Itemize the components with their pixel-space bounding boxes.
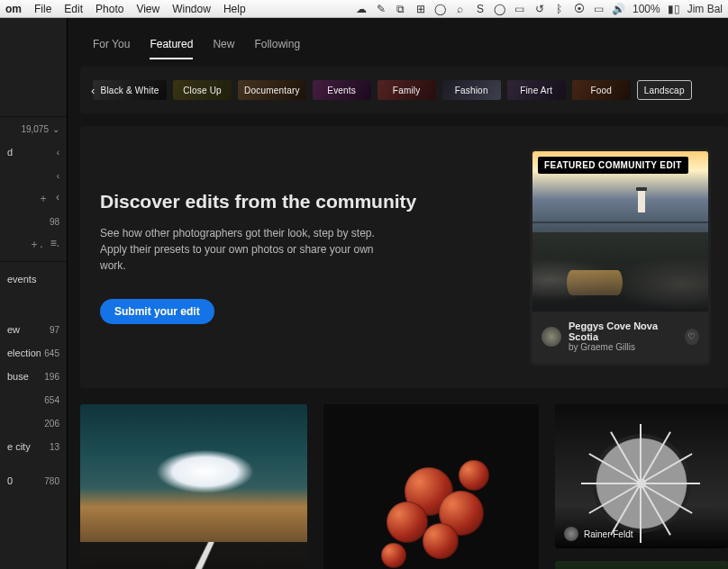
circle-icon[interactable]: ◯ xyxy=(494,3,506,15)
chevron-left-icon[interactable]: ‹ xyxy=(91,84,95,97)
author-name: Rainer Feldt xyxy=(584,529,632,539)
discover-tabs: For You Featured New Following xyxy=(68,18,728,67)
menu-help[interactable]: Help xyxy=(223,3,246,15)
battery-icon[interactable]: ▮▯ xyxy=(668,3,680,15)
menu-window[interactable]: Window xyxy=(172,3,211,15)
featured-card-title: Peggys Cove Nova Scotia xyxy=(569,321,678,342)
gallery-tile[interactable] xyxy=(80,404,307,569)
category-bw[interactable]: Black & White xyxy=(93,80,167,100)
sidebar-item[interactable]: e city 13 xyxy=(0,435,67,458)
featured-edit-image: FEATURED COMMUNITY EDIT xyxy=(532,151,708,312)
like-icon[interactable]: ♡ xyxy=(685,329,699,345)
volume-icon[interactable]: 🔊 xyxy=(613,3,625,15)
sidebar-item[interactable]: elections 645 xyxy=(0,341,67,365)
evernote-icon[interactable]: ✎ xyxy=(375,3,387,15)
menu-view[interactable]: View xyxy=(136,3,159,15)
category-landscape[interactable]: Landscap xyxy=(637,80,692,100)
avatar xyxy=(541,327,561,347)
menu-photo[interactable]: Photo xyxy=(96,3,123,15)
apps-icon[interactable]: ⊞ xyxy=(414,3,427,15)
power-icon[interactable]: ↺ xyxy=(533,3,546,15)
tab-new[interactable]: New xyxy=(213,38,234,59)
featured-edit-card[interactable]: FEATURED COMMUNITY EDIT Peggys Cove Nova… xyxy=(532,151,708,363)
s-icon[interactable]: S xyxy=(474,3,487,15)
sidebar-count-row[interactable]: 19,075 ⌄ xyxy=(0,117,67,140)
sidebar: 19,075 ⌄ d ‹ ‹ ＋ ‹ 98 ＋. ≡. events ew 97 xyxy=(0,18,68,569)
app-name[interactable]: om xyxy=(5,3,22,15)
sidebar-item[interactable]: d ‹ xyxy=(0,140,67,164)
dropbox-icon[interactable]: ⧉ xyxy=(395,3,407,15)
sidebar-item[interactable]: 0 780 xyxy=(0,469,67,492)
hero-desc: See how other photographers got their lo… xyxy=(100,225,388,274)
category-closeup[interactable]: Close Up xyxy=(173,80,232,100)
add-icon[interactable]: ＋. xyxy=(29,237,42,252)
search-icon[interactable]: ⌕ xyxy=(454,3,467,15)
gallery-tile[interactable] xyxy=(555,561,728,569)
menu-file[interactable]: File xyxy=(34,3,51,15)
wifi-icon[interactable]: ⦿ xyxy=(573,3,586,15)
filter-icon[interactable]: ≡. xyxy=(50,237,59,252)
bluetooth-icon[interactable]: ᛒ xyxy=(553,3,566,15)
display-icon[interactable]: ▭ xyxy=(514,3,526,15)
avatar xyxy=(564,527,578,541)
sidebar-item[interactable]: 206 xyxy=(0,411,67,435)
category-strip: ‹ Black & White Close Up Documentary Eve… xyxy=(80,67,728,113)
chevron-left-icon: ‹ xyxy=(57,148,59,158)
sidebar-item[interactable]: 654 xyxy=(0,388,67,411)
sync-icon[interactable]: ◯ xyxy=(434,3,447,15)
sidebar-item[interactable]: buse 196 xyxy=(0,365,67,388)
hero-title: Discover edits from the community xyxy=(100,191,475,212)
chevron-down-icon: ⌄ xyxy=(52,124,59,134)
gallery-tile[interactable] xyxy=(323,404,539,569)
submit-your-edit-button[interactable]: Submit your edit xyxy=(100,299,214,324)
featured-card-byline: by Graeme Gillis xyxy=(569,342,678,352)
mac-menu-bar: om File Edit Photo View Window Help ☁︎ ✎… xyxy=(0,0,728,18)
sidebar-item[interactable]: ew 97 xyxy=(0,318,67,341)
category-documentary[interactable]: Documentary xyxy=(238,80,306,100)
screen-icon[interactable]: ▭ xyxy=(593,3,605,15)
gallery-tile[interactable]: Rainer Feldt xyxy=(555,404,728,548)
gallery: Rainer Feldt xyxy=(80,404,728,569)
tab-for-you[interactable]: For You xyxy=(93,38,130,59)
menu-tray: ☁︎ ✎ ⧉ ⊞ ◯ ⌕ S ◯ ▭ ↺ ᛒ ⦿ ▭ 🔊 100% ▮▯ Jim… xyxy=(355,3,723,15)
add-icon[interactable]: ＋ xyxy=(38,191,49,206)
sidebar-item[interactable]: events xyxy=(0,267,67,291)
category-food[interactable]: Food xyxy=(572,80,631,100)
battery-percent: 100% xyxy=(632,3,660,15)
featured-hero: Discover edits from the community See ho… xyxy=(80,126,728,388)
main-panel: For You Featured New Following ‹ Black &… xyxy=(68,18,728,569)
tab-featured[interactable]: Featured xyxy=(150,38,193,59)
category-events[interactable]: Events xyxy=(313,80,371,100)
collapse-icon[interactable]: ‹ xyxy=(56,191,59,206)
category-fineart[interactable]: Fine Art xyxy=(507,80,566,100)
cloud-icon[interactable]: ☁︎ xyxy=(355,3,368,15)
category-fashion[interactable]: Fashion xyxy=(442,80,501,100)
category-family[interactable]: Family xyxy=(378,80,436,100)
user-name[interactable]: Jim Bal xyxy=(687,3,723,15)
sidebar-item[interactable]: ‹ xyxy=(0,164,67,187)
menu-edit[interactable]: Edit xyxy=(64,3,83,15)
featured-badge: FEATURED COMMUNITY EDIT xyxy=(538,157,688,174)
tab-following[interactable]: Following xyxy=(254,38,300,59)
chevron-left-icon: ‹ xyxy=(57,171,59,181)
